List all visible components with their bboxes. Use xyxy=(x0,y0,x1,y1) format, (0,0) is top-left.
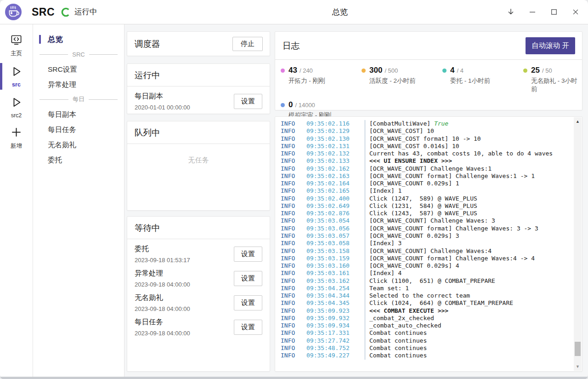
window-bottom-edge xyxy=(0,377,588,379)
task-settings-button[interactable]: 设置 xyxy=(234,320,262,335)
log-level: INFO xyxy=(281,247,306,255)
autoscroll-toggle[interactable]: 自动滚动 开 xyxy=(526,37,575,54)
nav-item-异常处理[interactable]: 异常处理 xyxy=(33,77,124,92)
log-message: Click (1231, 584) @ WAVE_PLUS xyxy=(365,202,573,210)
nav-section-divider: SRC xyxy=(33,47,124,62)
log-level: INFO xyxy=(281,202,306,210)
log-line: INFO09:35:49.227Combat continues xyxy=(275,352,573,359)
dashboard-dot-icon xyxy=(442,69,447,73)
log-level: INFO xyxy=(281,307,306,315)
instance-rail: 主页srcsrc2新增 xyxy=(0,24,33,377)
log-scrollbar[interactable]: ▲ ▼ xyxy=(574,117,582,371)
nav-item-每日任务[interactable]: 每日任务 xyxy=(33,122,124,137)
log-timestamp: 09:35:02.876 xyxy=(306,210,365,217)
log-level: INFO xyxy=(281,352,306,359)
log-timestamp: 09:35:04.345 xyxy=(306,299,365,307)
task-row: 委托2023-09-18 01:53:17设置 xyxy=(135,241,262,265)
log-message: [OCR_WAVE_COUNT] Challenge Waves:1 xyxy=(365,165,573,172)
log-message: [Index] 1 xyxy=(365,187,573,195)
scroll-down-icon[interactable]: ▼ xyxy=(574,364,582,369)
log-level: INFO xyxy=(281,345,306,352)
rail-item-label: 主页 xyxy=(11,50,22,57)
log-level: INFO xyxy=(281,165,306,172)
dashboard-dot-icon xyxy=(281,69,285,73)
log-level: INFO xyxy=(281,172,306,180)
log-level: INFO xyxy=(281,329,306,337)
rail-item-src2[interactable]: src2 xyxy=(0,92,33,122)
log-lines: INFO09:35:02.116[CombatMultiWave] TrueIN… xyxy=(275,120,573,360)
scrollbar-thumb[interactable] xyxy=(575,342,581,356)
task-next-run-time: 2023-09-18 04:00:00 xyxy=(135,330,190,337)
nav-item-总览[interactable]: 总览 xyxy=(33,32,124,47)
nav-item-每日副本[interactable]: 每日副本 xyxy=(33,107,124,122)
log-line: INFO09:35:03.056[OCR_WAVE_COUNT format] … xyxy=(275,225,573,232)
nav-item-SRC设置[interactable]: SRC设置 xyxy=(33,62,124,77)
rail-item-新增[interactable]: 新增 xyxy=(0,123,33,153)
download-button[interactable] xyxy=(506,7,516,17)
log-message: [Index] 4 xyxy=(365,270,573,277)
dashboard-value: 43 xyxy=(288,66,297,75)
log-level: INFO xyxy=(281,299,306,307)
log-line: INFO09:35:03.054[OCR_WAVE_COUNT] Challen… xyxy=(275,217,573,224)
close-button[interactable] xyxy=(571,7,581,17)
log-level: INFO xyxy=(281,210,306,217)
maximize-button[interactable] xyxy=(549,7,559,17)
stop-button[interactable]: 停止 xyxy=(232,37,263,51)
log-line: INFO09:35:03.058[Index] 3 xyxy=(275,240,573,247)
log-timestamp: 09:35:02.131 xyxy=(306,143,365,150)
log-line: INFO09:35:02.133<<< UI ENSURE INDEX >>> xyxy=(275,157,573,165)
dashboard-value: 0 xyxy=(288,100,293,109)
dashboard-item: 4/ 4委托 - 1小时前 xyxy=(442,66,523,93)
log-message: [OCR_WAVE_COST] 10 xyxy=(365,127,573,135)
task-next-run-time: 2023-09-18 04:00:00 xyxy=(135,281,190,288)
log-message: Combat continues xyxy=(365,352,573,359)
log-timestamp: 09:35:04.254 xyxy=(306,285,365,292)
task-settings-button[interactable]: 设置 xyxy=(234,247,262,262)
task-name: 每日任务 xyxy=(135,317,190,327)
rail-item-主页[interactable]: 主页 xyxy=(0,31,33,60)
log-level: INFO xyxy=(281,150,306,157)
window-title: 总览 xyxy=(303,7,377,17)
rail-item-label: 新增 xyxy=(11,142,22,150)
log-timestamp: 09:35:02.165 xyxy=(306,187,365,195)
running-spinner-icon xyxy=(61,7,71,17)
rail-item-src[interactable]: src xyxy=(0,62,33,91)
nav-item-委托[interactable]: 委托 xyxy=(33,152,124,167)
log-line: INFO09:35:02.116[CombatMultiWave] True xyxy=(275,120,573,127)
dashboard-value: 4 xyxy=(450,66,454,75)
dashboard-label: 活跃度 - 2小时前 xyxy=(369,77,442,85)
queue-title: 队列中 xyxy=(135,127,160,138)
task-settings-button[interactable]: 设置 xyxy=(234,94,262,109)
log-line: INFO09:35:03.161[Index] 4 xyxy=(275,270,573,277)
minimize-button[interactable] xyxy=(527,7,537,17)
log-message: [Index] 3 xyxy=(365,240,573,247)
log-line: INFO09:35:02.164[OCR_WAVE_COUNT 0.029s] … xyxy=(275,180,573,187)
log-timestamp: 09:35:17.331 xyxy=(306,329,365,337)
log-timestamp: 09:35:02.162 xyxy=(306,165,365,172)
log-timestamp: 09:35:02.116 xyxy=(306,120,365,127)
dashboard: 43/ 240开拓力 - 刚刚300/ 500活跃度 - 2小时前4/ 4委托 … xyxy=(275,60,582,120)
nav-item-无名勋礼[interactable]: 无名勋礼 xyxy=(33,137,124,152)
task-settings-button[interactable]: 设置 xyxy=(234,271,262,286)
main-area: 主页srcsrc2新增 总览SRCSRC设置异常处理每日每日副本每日任务无名勋礼… xyxy=(0,24,588,377)
task-row: 每日任务2023-09-18 04:00:00设置 xyxy=(135,314,262,339)
task-name: 异常处理 xyxy=(135,269,190,278)
log-message: <<< COMBAT EXECUTE >>> xyxy=(365,307,573,315)
log-message: [OCR_WAVE_COUNT format] Challenge Waves:… xyxy=(365,172,573,180)
log-line: INFO09:35:09.932_combat_2x_checked xyxy=(275,315,573,322)
plus-icon xyxy=(10,126,23,140)
app-logo-icon xyxy=(5,4,22,20)
scroll-up-icon[interactable]: ▲ xyxy=(574,119,582,124)
log-message: [OCR_WAVE_COUNT 0.029s] 1 xyxy=(365,180,573,187)
dashboard-label: 开拓力 - 刚刚 xyxy=(288,77,362,85)
log-level: INFO xyxy=(281,315,306,322)
log-level: INFO xyxy=(281,270,306,277)
log-level: INFO xyxy=(281,225,306,232)
task-settings-button[interactable]: 设置 xyxy=(234,295,262,310)
app-window: SRC 运行中 总览 xyxy=(0,0,588,379)
log-line: INFO09:35:02.400Click (1247, 589) @ WAVE… xyxy=(275,195,573,202)
log-line: INFO09:35:03.057[OCR_WAVE_COUNT 0.029s] … xyxy=(275,232,573,240)
log-column: 日志 自动滚动 开 43/ 240开拓力 - 刚刚300/ 500活跃度 - 2… xyxy=(275,31,582,372)
log-timestamp: 09:35:03.162 xyxy=(306,277,365,285)
scheduler-column: 调度器 停止 运行中 每日副本2020-01-01 00:00:00设置 队列中 xyxy=(127,31,270,372)
